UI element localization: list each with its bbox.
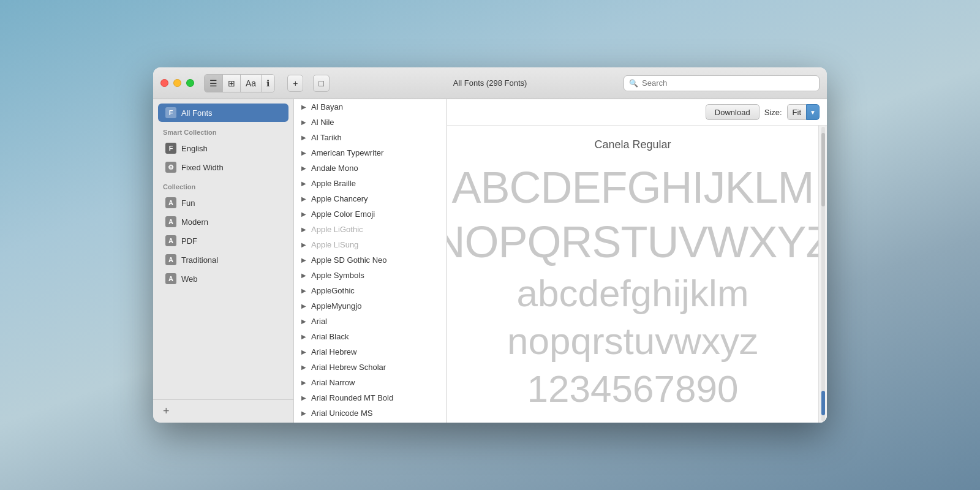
font-list-item[interactable]: ▶Arial Black xyxy=(294,329,447,344)
expand-arrow-icon: ▶ xyxy=(301,104,309,110)
search-input[interactable] xyxy=(642,78,814,88)
font-name-label: Arial Hebrew xyxy=(311,347,356,356)
sidebar-item-pdf[interactable]: A PDF xyxy=(158,232,288,250)
font-name-label: Apple LiSung xyxy=(311,240,358,249)
font-list-item[interactable]: ▶AppleGothic xyxy=(294,283,447,298)
expand-arrow-icon: ▶ xyxy=(301,134,309,141)
font-list-item[interactable]: ▶Andale Mono xyxy=(294,160,447,176)
font-list-item[interactable]: ▶Arial Hebrew Scholar xyxy=(294,360,447,375)
size-select[interactable]: Fit ▼ xyxy=(787,104,820,120)
minimize-button[interactable] xyxy=(173,79,181,87)
font-list-item[interactable]: ▶Arial xyxy=(294,314,447,329)
font-name-label: American Typewriter xyxy=(311,148,383,157)
preview-lowercase2: nopqrstuvwxyz xyxy=(507,320,758,362)
font-list-item[interactable]: ▶Al Bayan xyxy=(294,99,447,115)
title-bar: ☰ ⊞ Aa ℹ + □ All Fonts (298 Fonts) 🔍 xyxy=(153,67,827,99)
search-bar[interactable]: 🔍 xyxy=(624,75,820,91)
traditional-icon: A xyxy=(165,254,176,265)
preview-numbers: 1234567890 xyxy=(527,368,739,410)
smart-collection-heading: Smart Collection xyxy=(153,123,293,138)
preview-uppercase2: NOPQRSTUVWXYZ xyxy=(447,218,818,266)
expand-arrow-icon: ▶ xyxy=(301,149,309,156)
font-list-item[interactable]: ▶Apple LiSung xyxy=(294,237,447,252)
sidebar-item-web[interactable]: A Web xyxy=(158,270,288,288)
modern-label: Modern xyxy=(181,217,208,227)
toolbar: ☰ ⊞ Aa ℹ + □ xyxy=(204,74,330,92)
font-list-item[interactable]: ▶American Typewriter xyxy=(294,145,447,160)
all-fonts-icon: F xyxy=(165,107,176,118)
sidebar-item-fun[interactable]: A Fun xyxy=(158,194,288,212)
traffic-lights xyxy=(160,79,194,87)
fun-label: Fun xyxy=(181,198,195,208)
font-list-item[interactable]: ▶AppleMyungjo xyxy=(294,298,447,314)
font-list-item[interactable]: ▶Al Nile xyxy=(294,115,447,130)
expand-arrow-icon: ▶ xyxy=(301,349,309,355)
font-list-scroll[interactable]: ▶Al Bayan▶Al Nile▶Al Tarikh▶American Typ… xyxy=(294,99,447,423)
expand-arrow-icon: ▶ xyxy=(301,364,309,371)
size-dropdown-arrow[interactable]: ▼ xyxy=(806,104,820,120)
download-button[interactable]: Download xyxy=(706,104,760,120)
preview-panel: Download Size: Fit ▼ Canela Regular ABCD… xyxy=(447,99,827,423)
font-name-label: Al Bayan xyxy=(311,102,343,111)
font-list-item[interactable]: ▶Apple LiGothic xyxy=(294,222,447,237)
add-button[interactable]: + xyxy=(287,75,303,92)
preview-scrollbar[interactable] xyxy=(818,126,827,423)
font-list-item[interactable]: ▶Apple Symbols xyxy=(294,268,447,283)
fixed-width-label: Fixed Width xyxy=(181,163,224,172)
font-list-item[interactable]: ▶Apple Chancery xyxy=(294,191,447,206)
scrollbar-thumb-bottom[interactable] xyxy=(821,391,825,415)
font-list-item[interactable]: ▶Apple SD Gothic Neo xyxy=(294,252,447,268)
font-name-label: Arial Narrow xyxy=(311,378,355,387)
font-list-panel: ▶Al Bayan▶Al Nile▶Al Tarikh▶American Typ… xyxy=(294,99,447,423)
web-icon: A xyxy=(165,273,176,284)
font-list-item[interactable]: ▶Avenir xyxy=(294,421,447,423)
font-name-label: Arial Black xyxy=(311,332,349,341)
grid-view-button[interactable]: ⊞ xyxy=(223,75,241,92)
preview-uppercase1: ABCDEFGHIJKLM xyxy=(451,164,813,212)
sidebar-item-all-fonts[interactable]: F All Fonts xyxy=(158,104,288,122)
add-collection-button[interactable]: + xyxy=(163,405,170,418)
size-label: Size: xyxy=(764,108,782,117)
font-list-item[interactable]: ▶Arial Rounded MT Bold xyxy=(294,390,447,405)
sidebar-item-traditional[interactable]: A Traditional xyxy=(158,251,288,269)
font-book-window: ☰ ⊞ Aa ℹ + □ All Fonts (298 Fonts) 🔍 F A… xyxy=(153,67,827,423)
font-name-label: AppleGothic xyxy=(311,286,355,295)
expand-arrow-icon: ▶ xyxy=(301,241,309,248)
expand-arrow-icon: ▶ xyxy=(301,394,309,401)
font-preview-button[interactable]: Aa xyxy=(241,75,262,92)
info-button[interactable]: ℹ xyxy=(262,75,274,92)
english-label: English xyxy=(181,144,208,153)
font-name-label: Apple Symbols xyxy=(311,271,364,280)
sidebar: F All Fonts Smart Collection F English ⚙… xyxy=(153,99,294,423)
sidebar-item-english[interactable]: F English xyxy=(158,139,288,157)
font-list-item[interactable]: ▶Apple Braille xyxy=(294,176,447,191)
list-view-button[interactable]: ☰ xyxy=(205,75,223,92)
font-name-label: Arial Hebrew Scholar xyxy=(311,363,386,372)
font-list-item[interactable]: ▶Arial Narrow xyxy=(294,375,447,390)
expand-arrow-icon: ▶ xyxy=(301,333,309,340)
font-list-item[interactable]: ▶Arial Hebrew xyxy=(294,344,447,360)
close-button[interactable] xyxy=(160,79,168,87)
scrollbar-thumb-top[interactable] xyxy=(821,133,825,206)
font-list-item[interactable]: ▶Al Tarikh xyxy=(294,130,447,145)
preview-mode-button[interactable]: □ xyxy=(313,75,329,92)
expand-arrow-icon: ▶ xyxy=(301,272,309,279)
font-name-label: AppleMyungjo xyxy=(311,301,361,311)
preview-lowercase1: abcdefghijklm xyxy=(516,273,748,314)
font-name-label: Apple SD Gothic Neo xyxy=(311,255,387,265)
font-name-label: Apple LiGothic xyxy=(311,225,363,234)
expand-arrow-icon: ▶ xyxy=(301,257,309,263)
collection-heading: Collection xyxy=(153,177,293,193)
scrollbar-track[interactable] xyxy=(821,127,825,421)
sidebar-item-modern[interactable]: A Modern xyxy=(158,213,288,231)
font-list-item[interactable]: ▶Apple Color Emoji xyxy=(294,206,447,222)
font-list-item[interactable]: ▶Arial Unicode MS xyxy=(294,405,447,421)
expand-arrow-icon: ▶ xyxy=(301,379,309,386)
maximize-button[interactable] xyxy=(186,79,194,87)
web-label: Web xyxy=(181,274,198,284)
window-title: All Fonts (298 Fonts) xyxy=(453,78,527,88)
expand-arrow-icon: ▶ xyxy=(301,211,309,217)
sidebar-item-fixed-width[interactable]: ⚙ Fixed Width xyxy=(158,158,288,176)
expand-arrow-icon: ▶ xyxy=(301,287,309,294)
font-name-label: Al Nile xyxy=(311,118,334,127)
